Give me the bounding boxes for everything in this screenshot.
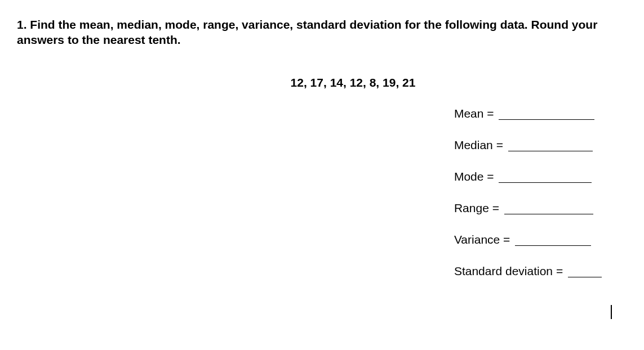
answer-mean: Mean =: [454, 107, 602, 120]
question-prompt: 1. Find the mean, median, mode, range, v…: [17, 17, 627, 48]
median-blank[interactable]: [508, 151, 593, 151]
mean-label: Mean =: [454, 107, 494, 120]
data-values: 12, 17, 14, 12, 8, 19, 21: [17, 76, 627, 89]
answer-median: Median =: [454, 138, 602, 152]
median-label: Median =: [454, 138, 503, 151]
answer-range: Range =: [454, 201, 602, 215]
mode-label: Mode =: [454, 170, 494, 183]
text-cursor: [611, 305, 612, 319]
answer-mode: Mode =: [454, 170, 602, 183]
stddev-label: Standard deviation =: [454, 264, 563, 277]
answer-stddev: Standard deviation =: [454, 264, 602, 278]
range-blank[interactable]: [504, 214, 593, 214]
answer-variance: Variance =: [454, 233, 602, 246]
stddev-blank[interactable]: [568, 277, 602, 277]
mode-blank[interactable]: [499, 182, 592, 183]
answers-block: Mean = Median = Mode = Range = Variance …: [454, 107, 602, 296]
variance-label: Variance =: [454, 233, 510, 246]
range-label: Range =: [454, 201, 499, 214]
variance-blank[interactable]: [515, 245, 591, 246]
mean-blank[interactable]: [499, 119, 594, 120]
